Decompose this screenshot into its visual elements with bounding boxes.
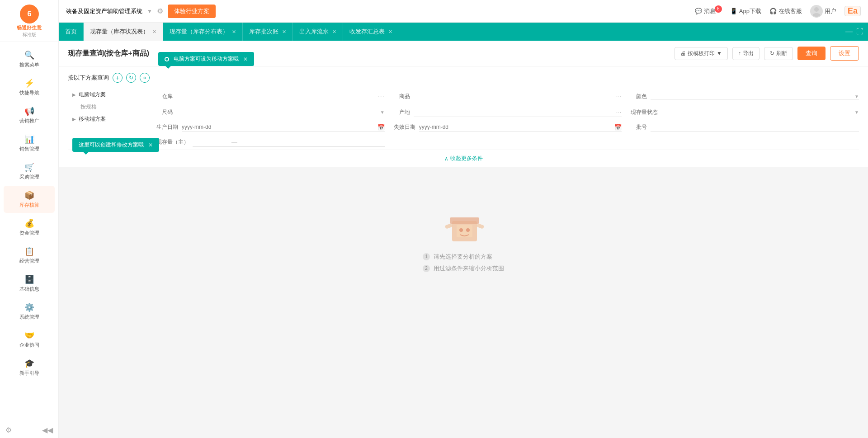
sidebar-item-guide[interactable]: 🎓 新手引导: [4, 354, 55, 381]
tab-label: 库存批次账: [249, 28, 278, 36]
tab-close-icon[interactable]: ✕: [232, 29, 236, 35]
page-actions: 🖨 按模板打印 ▼ ↑ 导出 ↻ 刷新 查询 设置: [675, 46, 859, 61]
settings-icon[interactable]: ⚙: [5, 426, 12, 434]
tab-expand-icon[interactable]: ⛶: [856, 28, 863, 36]
scheme-mobile-item[interactable]: ▶ 移动端方案: [68, 113, 144, 126]
amount-min-input[interactable]: [193, 137, 229, 146]
tab-in-out-flow[interactable]: 出入库流水 ✕: [293, 23, 343, 41]
empty-tips: 1 请先选择要分析的方案 2 用过滤条件来缩小分析范围: [423, 251, 504, 274]
empty-tip-1: 1 请先选择要分析的方案: [423, 251, 504, 263]
status-dropdown-icon[interactable]: ▼: [854, 110, 859, 115]
sidebar-item-inventory[interactable]: 📦 库存核算: [4, 186, 55, 213]
sidebar-item-enterprise[interactable]: 🤝 企业协同: [4, 326, 55, 353]
tab-close-icon[interactable]: ✕: [282, 29, 286, 35]
tab-inventory-status[interactable]: 现存量（库存状况表） ✕: [84, 23, 163, 41]
filter-field-exp-date: 失效日期 📅: [394, 122, 622, 132]
color-dropdown-icon[interactable]: ▼: [854, 94, 859, 99]
tab-minimize-icon[interactable]: —: [845, 28, 853, 36]
top-header: 装备及固定资产辅助管理系统 ▼ ⚙ 体验行业方案 💬 消息 6 📱 App下载 …: [59, 0, 868, 23]
prod-date-input[interactable]: [182, 122, 377, 132]
sidebar-item-label: 系统管理: [19, 314, 39, 320]
amount-max-input[interactable]: [240, 137, 276, 146]
scheme-sub-item[interactable]: 按规格: [77, 101, 144, 113]
tab-close-icon[interactable]: ✕: [388, 29, 392, 35]
collapse-up-icon: ∧: [444, 155, 448, 162]
tab-receipt-summary[interactable]: 收发存汇总表 ✕: [343, 23, 399, 41]
marketing-icon: 📢: [24, 106, 34, 116]
product-dots-icon[interactable]: ···: [615, 93, 622, 100]
batch-input[interactable]: [651, 122, 859, 132]
exp-date-input[interactable]: [419, 122, 615, 132]
tab-batch-ledger[interactable]: 库存批次账 ✕: [243, 23, 293, 41]
sidebar-item-label: 新手引导: [19, 370, 39, 377]
collapse-icon[interactable]: ◀◀: [42, 426, 53, 434]
sidebar-item-basic-info[interactable]: 🗄️ 基础信息: [4, 270, 55, 297]
tip-text-2: 用过滤条件来缩小分析范围: [434, 263, 504, 274]
prod-date-cal-icon[interactable]: 📅: [377, 124, 385, 131]
message-icon: 💬: [695, 8, 702, 14]
sidebar-item-sales[interactable]: 📊 销售管理: [4, 130, 55, 157]
app-download-label: App下载: [739, 7, 761, 15]
sidebar-item-management[interactable]: 📋 经营管理: [4, 242, 55, 269]
message-label: 消息: [704, 7, 716, 15]
collapse-button[interactable]: ∧ 收起更多条件: [444, 155, 483, 162]
user-label: 用户: [825, 7, 836, 15]
warehouse-input[interactable]: [176, 92, 378, 101]
svg-rect-6: [457, 225, 472, 237]
sidebar-item-purchase[interactable]: 🛒 采购管理: [4, 158, 55, 185]
exp-date-cal-icon[interactable]: 📅: [614, 124, 622, 131]
color-select-wrap: ▼: [651, 94, 859, 99]
tip-number-2: 2: [423, 265, 430, 272]
size-dropdown-icon[interactable]: ▼: [380, 110, 385, 115]
filter-field-product: 商品 ···: [394, 92, 622, 101]
print-button[interactable]: 🖨 按模板打印 ▼: [675, 47, 728, 60]
collapse-row: ∧ 收起更多条件: [68, 150, 859, 167]
tab-home[interactable]: 首页: [59, 23, 84, 41]
sidebar-item-search[interactable]: 🔍 搜索菜单: [4, 46, 55, 73]
avatar: [810, 5, 823, 18]
sidebar-item-marketing[interactable]: 📢 营销推广: [4, 102, 55, 129]
sidebar-item-shortcut[interactable]: ⚡ 快捷导航: [4, 74, 55, 101]
caret-icon: ▶: [72, 117, 76, 122]
tooltip-scheme-create: 这里可以创建和修改方案哦 ✕: [72, 138, 159, 152]
tab-close-icon[interactable]: ✕: [332, 29, 336, 35]
warehouse-dots-icon[interactable]: ···: [378, 93, 385, 100]
user-btn[interactable]: 用户: [810, 5, 836, 18]
trial-button[interactable]: 体验行业方案: [168, 5, 216, 18]
sidebar-item-system[interactable]: ⚙️ 系统管理: [4, 298, 55, 325]
prod-date-label: 生产日期: [156, 123, 178, 131]
main-area: 装备及固定资产辅助管理系统 ▼ ⚙ 体验行业方案 💬 消息 6 📱 App下载 …: [59, 0, 868, 438]
settings-icon[interactable]: ⚙: [157, 7, 163, 15]
scheme-pc-item[interactable]: ▶ 电脑端方案: [68, 88, 144, 101]
color-select-val: [651, 95, 854, 98]
filter-title: 按以下方案查询: [68, 74, 109, 82]
size-select-val: [176, 111, 380, 113]
reset-button[interactable]: 设置: [830, 46, 859, 61]
message-btn[interactable]: 💬 消息 6: [695, 7, 722, 15]
refresh-button[interactable]: ↻ 刷新: [764, 47, 793, 60]
filter-add-button[interactable]: +: [113, 73, 123, 83]
origin-dots-icon[interactable]: ···: [615, 108, 622, 116]
tab-close-icon[interactable]: ✕: [152, 29, 156, 35]
origin-label: 产地: [394, 108, 410, 116]
filter-refresh-button[interactable]: ↻: [126, 73, 136, 83]
filter-back-button[interactable]: «: [140, 73, 150, 83]
product-input[interactable]: [414, 92, 615, 101]
online-support-btn[interactable]: 🎧 在线客服: [769, 7, 802, 15]
app-download-btn[interactable]: 📱 App下载: [730, 7, 761, 15]
export-button[interactable]: ↑ 导出: [732, 47, 760, 60]
sidebar: 6 畅通好生意 标准版 🔍 搜索菜单 ⚡ 快捷导航 📢 营销推广 📊 销售管理 …: [0, 0, 59, 438]
query-button[interactable]: 查询: [797, 47, 826, 60]
tooltip-close-icon[interactable]: ✕: [148, 142, 153, 148]
sidebar-bottom: ⚙ ◀◀: [0, 422, 58, 438]
dropdown-arrow-icon: ▼: [147, 8, 152, 14]
ea-badge[interactable]: Ea: [844, 6, 861, 16]
sidebar-item-finance[interactable]: 💰 资金管理: [4, 214, 55, 241]
tab-inventory-dist[interactable]: 现存量（库存分布表） ✕: [163, 23, 243, 41]
tooltip-close-icon[interactable]: ✕: [243, 56, 248, 62]
origin-input[interactable]: [414, 108, 615, 117]
exp-date-input-wrap: 📅: [419, 122, 622, 132]
page-content: 现存量查询(按仓库+商品) 🖨 按模板打印 ▼ ↑ 导出 ↻ 刷新 查询 设置: [59, 41, 868, 438]
sidebar-item-label: 基础信息: [19, 286, 39, 292]
refresh-label: 刷新: [776, 50, 787, 57]
